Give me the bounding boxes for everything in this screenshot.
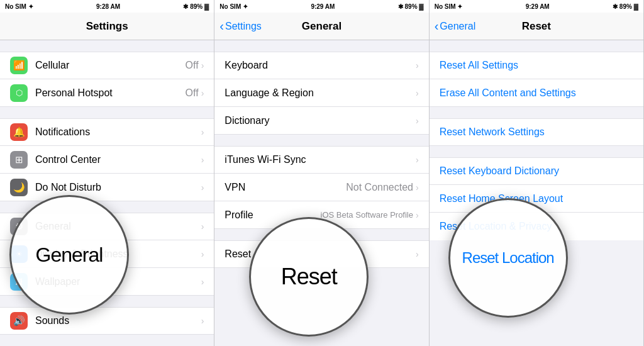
general-chevron: › (201, 221, 204, 232)
status-time-2: 9:29 AM (311, 3, 335, 10)
cellular-value: Off (186, 60, 199, 71)
row-dictionary[interactable]: Dictionary › (214, 107, 428, 135)
row-reset[interactable]: Reset › (214, 240, 428, 268)
language-chevron: › (416, 88, 419, 98)
reset-all-settings-label: Reset All Settings (440, 60, 518, 71)
section-system: 🔔 Notifications › ⊞ Control Center › 🌙 D… (0, 118, 214, 201)
profile-chevron: › (416, 210, 419, 220)
nav-bar-3: ‹ General Reset (430, 13, 643, 40)
profile-value: iOS Beta Software Profile (321, 210, 413, 220)
status-time-1: 9:28 AM (96, 3, 120, 10)
dictionary-chevron: › (416, 116, 419, 126)
back-chevron-3: ‹ (435, 20, 439, 32)
row-reset-all-settings[interactable]: Reset All Settings (430, 52, 643, 79)
row-reset-location[interactable]: Reset Location & Privacy (430, 213, 643, 240)
row-hotspot[interactable]: ⬡ Personal Hotspot Off › (0, 79, 214, 107)
row-reset-keyboard[interactable]: Reset Keyboard Dictionary (430, 157, 643, 185)
row-reset-network[interactable]: Reset Network Settings (430, 118, 643, 146)
sounds-icon: 🔊 (10, 312, 28, 330)
row-display[interactable]: ☀ Display & Brightness › (0, 240, 214, 268)
reset-home-label: Reset Home Screen Layout (440, 193, 564, 204)
reset-content: Reset All Settings Erase All Content and… (430, 40, 643, 346)
status-time-3: 9:29 AM (526, 3, 550, 10)
sounds-label: Sounds (35, 315, 201, 326)
section-sounds: 🔊 Sounds › (0, 307, 214, 335)
status-bar-3: No SIM ✦ 9:29 AM ✱ 89% ▓ (430, 0, 643, 13)
row-itunes-sync[interactable]: iTunes Wi-Fi Sync › (214, 146, 428, 174)
wallpaper-label: Wallpaper (35, 276, 201, 287)
notifications-label: Notifications (35, 126, 201, 138)
general-panel: No SIM ✦ 9:29 AM ✱ 89% ▓ ‹ Settings Gene… (214, 0, 429, 346)
reset-location-label: Reset Location & Privacy (440, 221, 552, 232)
section-network: 📶 Cellular Off › ⬡ Personal Hotspot Off … (0, 52, 214, 107)
nav-bar-2: ‹ Settings General (214, 13, 428, 40)
hotspot-chevron: › (201, 88, 204, 98)
wallpaper-chevron: › (201, 277, 204, 287)
row-reset-home[interactable]: Reset Home Screen Layout (430, 185, 643, 213)
status-right-2: ✱ 89% ▓ (398, 3, 424, 10)
general-icon: ⚙ (10, 218, 28, 235)
status-left-2: No SIM ✦ (219, 3, 248, 10)
nav-bar-1: Settings (0, 13, 214, 40)
reset-panel: No SIM ✦ 9:29 AM ✱ 89% ▓ ‹ General Reset… (430, 0, 644, 346)
keyboard-label: Keyboard (225, 60, 416, 71)
back-label-2: Settings (225, 21, 262, 32)
row-vpn[interactable]: VPN Not Connected › (214, 174, 428, 201)
cellular-icon: 📶 (10, 57, 28, 74)
status-left-1: No SIM ✦ (5, 3, 33, 10)
nav-title-2: General (302, 20, 341, 33)
status-right-3: ✱ 89% ▓ (613, 3, 638, 10)
reset-chevron: › (416, 249, 419, 259)
status-bar-1: No SIM ✦ 9:28 AM ✱ 89% ▓ (0, 0, 214, 13)
row-sounds[interactable]: 🔊 Sounds › (0, 307, 214, 335)
keyboard-chevron: › (416, 60, 419, 70)
cellular-label: Cellular (35, 60, 186, 71)
settings-content: 📶 Cellular Off › ⬡ Personal Hotspot Off … (0, 40, 214, 346)
do-not-disturb-chevron: › (201, 182, 204, 193)
control-center-chevron: › (201, 155, 204, 165)
back-to-settings[interactable]: ‹ Settings (219, 20, 261, 32)
dictionary-label: Dictionary (225, 115, 416, 126)
display-chevron: › (201, 249, 204, 259)
section-reset-other: Reset Keyboard Dictionary Reset Home Scr… (430, 157, 643, 240)
section-reset-network: Reset Network Settings (430, 118, 643, 146)
wallpaper-icon: 🖼 (10, 273, 28, 291)
control-center-icon: ⊞ (10, 151, 28, 169)
settings-panel: No SIM ✦ 9:28 AM ✱ 89% ▓ Settings 📶 Cell… (0, 0, 214, 346)
row-keyboard[interactable]: Keyboard › (214, 52, 428, 79)
row-notifications[interactable]: 🔔 Notifications › (0, 118, 214, 146)
row-profile[interactable]: Profile iOS Beta Software Profile › (214, 201, 428, 229)
row-wallpaper[interactable]: 🖼 Wallpaper › (0, 268, 214, 296)
reset-label: Reset (225, 248, 416, 260)
nav-title-1: Settings (86, 20, 128, 33)
itunes-sync-chevron: › (416, 155, 419, 165)
control-center-label: Control Center (35, 154, 201, 165)
row-general[interactable]: ⚙ General › (0, 213, 214, 240)
row-erase-all[interactable]: Erase All Content and Settings (430, 79, 643, 107)
display-label: Display & Brightness (35, 248, 201, 260)
row-do-not-disturb[interactable]: 🌙 Do Not Disturb › (0, 174, 214, 201)
row-control-center[interactable]: ⊞ Control Center › (0, 146, 214, 174)
status-bar-2: No SIM ✦ 9:29 AM ✱ 89% ▓ (214, 0, 428, 13)
sounds-chevron: › (201, 316, 204, 326)
display-icon: ☀ (10, 245, 28, 263)
back-to-general[interactable]: ‹ General (435, 20, 476, 32)
reset-network-label: Reset Network Settings (440, 126, 545, 138)
language-label: Language & Region (225, 87, 416, 99)
section-general: ⚙ General › ☀ Display & Brightness › 🖼 W… (0, 213, 214, 296)
general-label: General (35, 221, 201, 232)
row-cellular[interactable]: 📶 Cellular Off › (0, 52, 214, 79)
hotspot-label: Personal Hotspot (35, 87, 186, 99)
erase-all-label: Erase All Content and Settings (440, 87, 576, 99)
general-content: Keyboard › Language & Region › Dictionar… (214, 40, 428, 346)
row-language[interactable]: Language & Region › (214, 79, 428, 107)
hotspot-icon: ⬡ (10, 84, 28, 102)
status-right-1: ✱ 89% ▓ (183, 3, 209, 10)
hotspot-value: Off (186, 87, 199, 99)
cellular-chevron: › (201, 60, 204, 70)
back-chevron-2: ‹ (219, 20, 224, 32)
nav-title-3: Reset (522, 20, 551, 33)
section-vpn: iTunes Wi-Fi Sync › VPN Not Connected › … (214, 146, 428, 229)
do-not-disturb-icon: 🌙 (10, 179, 28, 196)
notifications-icon: 🔔 (10, 123, 28, 141)
